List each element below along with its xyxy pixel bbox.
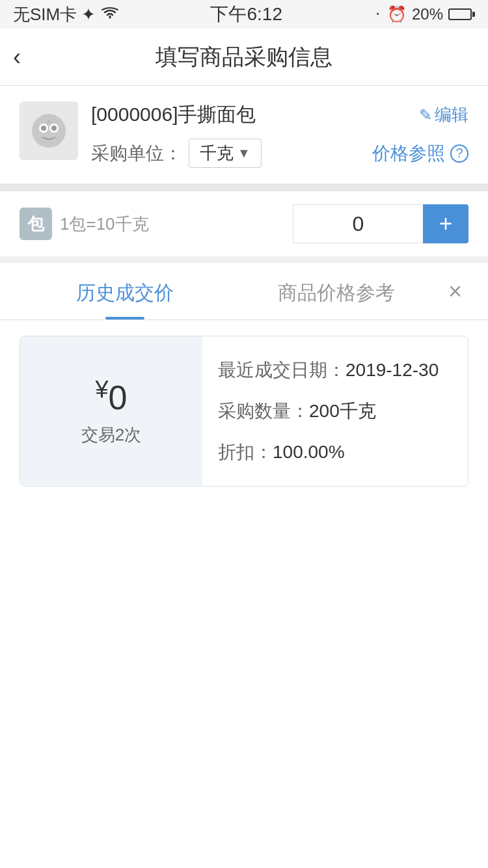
edit-label: 编辑 xyxy=(435,103,468,126)
purchase-qty-row: 采购数量：200千克 xyxy=(218,397,452,426)
price-trade-count: 交易2次 xyxy=(81,424,141,446)
tab-product-label: 商品价格参考 xyxy=(278,282,395,303)
page-header: ‹ 填写商品采购信息 xyxy=(0,29,488,86)
product-thumbnail xyxy=(20,102,78,160)
recent-date-row: 最近成交日期：2019-12-30 xyxy=(218,356,452,385)
product-row: [0000006]手撕面包 ✎ 编辑 采购单位： 千克 ▼ 价格参照 ? xyxy=(20,102,468,168)
alarm-icon: ⏰ xyxy=(387,5,407,23)
battery-percent: 20% xyxy=(412,5,443,23)
tab-header: 历史成交价 商品价格参考 × xyxy=(0,263,488,320)
tab-close-button[interactable]: × xyxy=(442,273,468,310)
status-time: 下午6:12 xyxy=(210,2,282,27)
tab-product-price[interactable]: 商品价格参考 xyxy=(230,263,441,319)
discount-row: 折扣：100.00% xyxy=(218,438,452,467)
edit-icon: ✎ xyxy=(419,106,432,124)
product-name: [0000006]手撕面包 xyxy=(91,102,256,128)
location-icon: ⬝ xyxy=(373,6,382,23)
unit-value: 千克 xyxy=(200,142,234,165)
price-amount-display: ¥0 xyxy=(96,376,128,417)
status-right: ⬝ ⏰ 20% xyxy=(373,5,475,23)
carrier-label: 无SIM卡 ✦ xyxy=(13,3,96,26)
status-bar: 无SIM卡 ✦ 下午6:12 ⬝ ⏰ 20% xyxy=(0,0,488,29)
quantity-controls: + xyxy=(293,204,468,243)
tab-history-price[interactable]: 历史成交价 xyxy=(20,263,230,319)
price-card: ¥0 交易2次 最近成交日期：2019-12-30 采购数量：200千克 折扣：… xyxy=(20,336,468,487)
discount-value: 100.00% xyxy=(273,442,345,462)
product-name-row: [0000006]手撕面包 ✎ 编辑 xyxy=(91,102,468,128)
tab-section: 历史成交价 商品价格参考 × ¥0 交易2次 最近成交日期：2019-12-30… xyxy=(0,263,488,868)
product-info: [0000006]手撕面包 ✎ 编辑 采购单位： 千克 ▼ 价格参照 ? xyxy=(91,102,468,168)
dropdown-arrow-icon: ▼ xyxy=(237,146,251,161)
price-ref-button[interactable]: 价格参照 ? xyxy=(372,141,468,166)
unit-dropdown[interactable]: 千克 ▼ xyxy=(189,139,262,168)
quantity-input[interactable] xyxy=(293,204,423,243)
purchase-qty-value: 200千克 xyxy=(309,401,376,421)
page-title: 填写商品采购信息 xyxy=(156,42,332,72)
divider xyxy=(0,183,488,191)
purchase-unit-row: 采购单位： 千克 ▼ 价格参照 ? xyxy=(91,139,468,168)
price-ref-label: 价格参照 xyxy=(372,141,445,166)
wifi-icon xyxy=(101,5,119,25)
price-left-panel: ¥0 交易2次 xyxy=(20,336,202,486)
purchase-qty-label: 采购数量： xyxy=(218,401,309,421)
product-logo-icon xyxy=(29,111,68,150)
quantity-unit-box: 包 xyxy=(20,208,52,240)
svg-point-4 xyxy=(51,126,57,131)
price-currency-symbol: ¥ xyxy=(96,376,109,403)
status-left: 无SIM卡 ✦ xyxy=(13,3,119,26)
price-right-panel: 最近成交日期：2019-12-30 采购数量：200千克 折扣：100.00% xyxy=(202,336,468,486)
quantity-unit-label: 包 xyxy=(27,213,44,236)
tab-history-label: 历史成交价 xyxy=(76,282,174,303)
recent-date-value: 2019-12-30 xyxy=(346,360,439,380)
quantity-row: 包 1包=10千克 + xyxy=(0,191,488,256)
content-area xyxy=(0,502,488,868)
product-card: [0000006]手撕面包 ✎ 编辑 采购单位： 千克 ▼ 价格参照 ? xyxy=(0,86,488,183)
quantity-unit-equality: 1包=10千克 xyxy=(60,213,149,236)
back-button[interactable]: ‹ xyxy=(13,44,21,71)
svg-point-3 xyxy=(41,126,46,131)
price-card-wrapper: ¥0 交易2次 最近成交日期：2019-12-30 采购数量：200千克 折扣：… xyxy=(0,320,488,502)
battery-icon xyxy=(448,8,475,20)
quantity-plus-button[interactable]: + xyxy=(423,204,468,243)
price-ref-help-icon: ? xyxy=(450,144,468,163)
price-value: 0 xyxy=(109,379,128,416)
purchase-unit-left: 采购单位： 千克 ▼ xyxy=(91,139,262,168)
edit-button[interactable]: ✎ 编辑 xyxy=(419,103,468,126)
discount-label: 折扣： xyxy=(218,442,273,462)
svg-point-0 xyxy=(32,114,66,148)
recent-date-label: 最近成交日期： xyxy=(218,360,346,380)
purchase-unit-label: 采购单位： xyxy=(91,141,182,166)
quantity-unit-info: 包 1包=10千克 xyxy=(20,208,149,240)
